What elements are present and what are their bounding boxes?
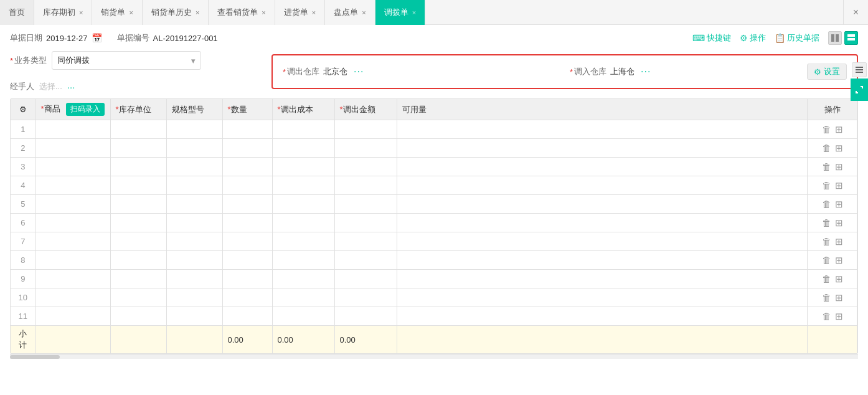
amount-cell[interactable] — [334, 270, 397, 288]
qty-cell[interactable] — [222, 214, 272, 232]
layout-btn-1[interactable] — [828, 31, 842, 45]
biz-type-select[interactable]: 同价调拨 ▾ — [52, 51, 201, 70]
shortcut-link[interactable]: ⌨ 快捷键 — [692, 32, 731, 44]
tab-close-icon[interactable]: × — [362, 9, 366, 16]
amount-cell[interactable] — [334, 251, 397, 270]
delete-icon[interactable]: 🗑 — [822, 180, 831, 191]
goods-cell[interactable] — [35, 288, 110, 307]
unit-cell[interactable] — [110, 251, 166, 270]
tab-stocktake[interactable]: 盘点单 × — [325, 0, 375, 25]
spec-cell[interactable] — [166, 195, 222, 214]
qty-cell[interactable] — [222, 232, 272, 251]
qty-cell[interactable] — [222, 288, 272, 307]
copy-icon[interactable]: ⊞ — [835, 292, 843, 303]
cost-cell[interactable] — [272, 120, 334, 139]
panel-list-icon[interactable] — [852, 62, 867, 77]
tab-close-icon[interactable]: × — [129, 9, 133, 16]
goods-cell[interactable] — [35, 232, 110, 251]
amount-cell[interactable] — [334, 214, 397, 232]
spec-cell[interactable] — [166, 307, 222, 326]
calendar-icon[interactable]: 📅 — [92, 33, 102, 43]
qty-cell[interactable] — [222, 139, 272, 158]
spec-cell[interactable] — [166, 176, 222, 195]
tab-close-icon-active[interactable]: × — [412, 9, 416, 16]
delete-icon[interactable]: 🗑 — [822, 255, 831, 265]
unit-cell[interactable] — [110, 176, 166, 195]
amount-cell[interactable] — [334, 288, 397, 307]
unit-cell[interactable] — [110, 307, 166, 326]
goods-cell[interactable] — [35, 214, 110, 232]
goods-cell[interactable] — [35, 139, 110, 158]
layout-btn-2[interactable] — [844, 31, 858, 45]
copy-icon[interactable]: ⊞ — [835, 143, 843, 154]
goods-cell[interactable] — [35, 120, 110, 139]
amount-cell[interactable] — [334, 176, 397, 195]
goods-cell[interactable] — [35, 158, 110, 176]
delete-icon[interactable]: 🗑 — [822, 292, 831, 303]
qty-cell[interactable] — [222, 176, 272, 195]
delete-icon[interactable]: 🗑 — [822, 161, 831, 172]
spec-cell[interactable] — [166, 270, 222, 288]
spec-cell[interactable] — [166, 251, 222, 270]
cost-cell[interactable] — [272, 307, 334, 326]
amount-cell[interactable] — [334, 120, 397, 139]
unit-cell[interactable] — [110, 270, 166, 288]
copy-icon[interactable]: ⊞ — [835, 124, 843, 135]
cost-cell[interactable] — [272, 232, 334, 251]
unit-cell[interactable] — [110, 158, 166, 176]
panel-expand-icon[interactable] — [851, 79, 868, 101]
spec-cell[interactable] — [166, 214, 222, 232]
unit-cell[interactable] — [110, 288, 166, 307]
qty-cell[interactable] — [222, 270, 272, 288]
handler-more-icon[interactable]: ··· — [67, 82, 75, 92]
operations-link[interactable]: ⚙ 操作 — [740, 32, 766, 44]
copy-icon[interactable]: ⊞ — [835, 180, 843, 191]
unit-cell[interactable] — [110, 139, 166, 158]
delete-icon[interactable]: 🗑 — [822, 236, 831, 247]
scrollbar-thumb[interactable] — [10, 355, 60, 359]
delete-icon[interactable]: 🗑 — [822, 274, 831, 284]
spec-cell[interactable] — [166, 158, 222, 176]
copy-icon[interactable]: ⊞ — [835, 199, 843, 210]
amount-cell[interactable] — [334, 307, 397, 326]
cost-cell[interactable] — [272, 270, 334, 288]
cost-cell[interactable] — [272, 195, 334, 214]
window-close-button[interactable]: × — [843, 0, 868, 25]
tab-transfer[interactable]: 调拨单 × — [375, 0, 425, 25]
cost-cell[interactable] — [272, 288, 334, 307]
cost-cell[interactable] — [272, 214, 334, 232]
qty-cell[interactable] — [222, 307, 272, 326]
delete-icon[interactable]: 🗑 — [822, 199, 831, 209]
horizontal-scrollbar[interactable] — [10, 354, 858, 359]
delete-icon[interactable]: 🗑 — [822, 217, 831, 228]
spec-cell[interactable] — [166, 232, 222, 251]
handler-select[interactable]: 选择... — [39, 81, 62, 92]
cost-cell[interactable] — [272, 139, 334, 158]
delete-icon[interactable]: 🗑 — [822, 311, 831, 321]
spec-cell[interactable] — [166, 139, 222, 158]
copy-icon[interactable]: ⊞ — [835, 217, 843, 229]
settings-col-icon[interactable]: ⚙ — [19, 105, 27, 114]
tab-sales-order[interactable]: 销货单 × — [92, 0, 142, 25]
unit-cell[interactable] — [110, 214, 166, 232]
settings-button[interactable]: ⚙ 设置 — [807, 64, 847, 80]
tab-sales-history[interactable]: 销货单历史 × — [143, 0, 209, 25]
tab-inventory-init[interactable]: 库存期初 × — [34, 0, 92, 25]
tab-view-sales[interactable]: 查看销货单 × — [209, 0, 275, 25]
cost-cell[interactable] — [272, 158, 334, 176]
copy-icon[interactable]: ⊞ — [835, 236, 843, 247]
goods-cell[interactable] — [35, 270, 110, 288]
spec-cell[interactable] — [166, 288, 222, 307]
history-link[interactable]: 📋 历史单据 — [775, 32, 819, 44]
tab-close-icon[interactable]: × — [312, 9, 316, 16]
copy-icon[interactable]: ⊞ — [835, 255, 843, 266]
goods-cell[interactable] — [35, 176, 110, 195]
out-wh-more-icon[interactable]: ··· — [354, 66, 364, 77]
qty-cell[interactable] — [222, 251, 272, 270]
goods-cell[interactable] — [35, 251, 110, 270]
qty-cell[interactable] — [222, 120, 272, 139]
goods-cell[interactable] — [35, 307, 110, 326]
unit-cell[interactable] — [110, 232, 166, 251]
qty-cell[interactable] — [222, 195, 272, 214]
amount-cell[interactable] — [334, 195, 397, 214]
